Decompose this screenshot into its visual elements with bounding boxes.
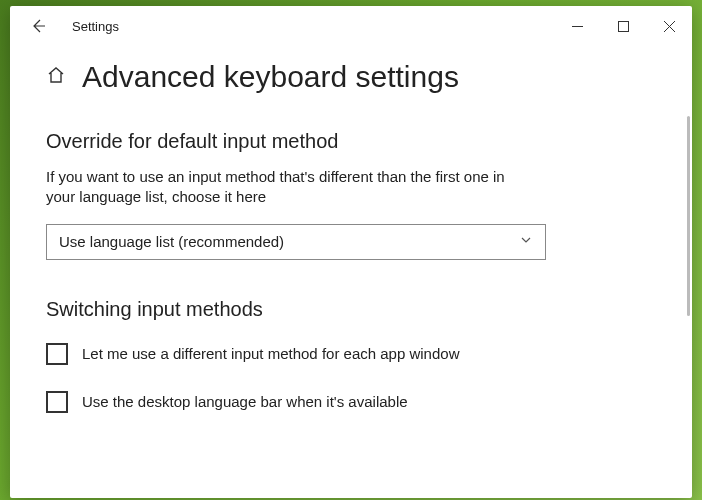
checkbox-label: Use the desktop language bar when it's a… [82,393,408,410]
override-description: If you want to use an input method that'… [46,167,526,208]
page-header: Advanced keyboard settings [46,60,652,94]
settings-window: Settings Advanced keyboard settings Over… [10,6,692,498]
maximize-icon [618,21,629,32]
home-icon[interactable] [46,65,66,89]
page-title: Advanced keyboard settings [82,60,459,94]
close-icon [664,21,675,32]
checkbox-icon [46,343,68,365]
checkbox-desktop-language-bar[interactable]: Use the desktop language bar when it's a… [46,391,652,413]
switching-heading: Switching input methods [46,298,652,321]
input-method-dropdown[interactable]: Use language list (recommended) [46,224,546,260]
override-heading: Override for default input method [46,130,652,153]
minimize-icon [572,21,583,32]
chevron-down-icon [519,233,533,251]
window-title: Settings [72,19,119,34]
checkbox-label: Let me use a different input method for … [82,345,459,362]
titlebar: Settings [10,6,692,46]
back-arrow-icon [30,18,46,34]
checkbox-icon [46,391,68,413]
dropdown-selected-value: Use language list (recommended) [59,233,519,250]
svg-rect-1 [618,21,628,31]
scrollbar[interactable] [687,116,690,316]
back-button[interactable] [18,6,58,46]
maximize-button[interactable] [600,6,646,46]
checkbox-per-app-window[interactable]: Let me use a different input method for … [46,343,652,365]
minimize-button[interactable] [554,6,600,46]
window-controls [554,6,692,46]
content-area: Advanced keyboard settings Override for … [10,46,692,498]
close-button[interactable] [646,6,692,46]
